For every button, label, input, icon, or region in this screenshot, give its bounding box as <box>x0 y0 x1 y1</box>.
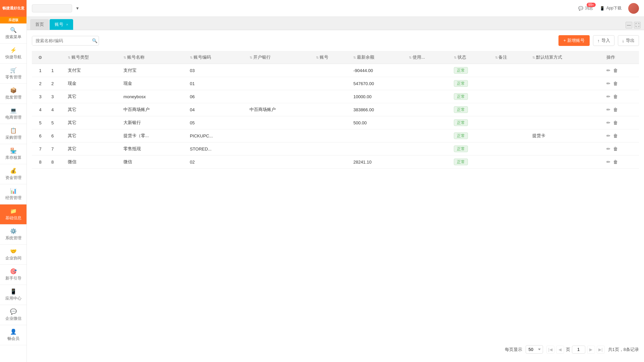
edit-btn-6[interactable]: ✏ <box>606 146 610 152</box>
sidebar-icon-retail-mgmt: 🛒 <box>10 67 17 73</box>
message-btn[interactable]: 💬 消息 99+ <box>578 5 593 11</box>
header-dropdown[interactable]: ▼ <box>75 6 79 11</box>
cell-action-7: ✏ 🗑 <box>604 156 639 169</box>
cell-default-payment-3 <box>530 103 604 116</box>
col-default-payment[interactable]: 默认结算方式 <box>530 51 604 64</box>
cell-name-5: 提货卡（零... <box>121 129 187 142</box>
delete-btn-5[interactable]: 🗑 <box>613 133 618 138</box>
cell-num-3: 4 <box>32 103 49 116</box>
sidebar-item-app-center[interactable]: 📱应用中心 <box>0 285 26 305</box>
cell-bank-1 <box>247 77 313 90</box>
cell-num2-4: 5 <box>49 116 65 129</box>
col-settings[interactable]: ⚙ <box>32 51 49 64</box>
total-info: 共1页，8条记录 <box>608 347 639 353</box>
tab-close-account[interactable]: × <box>66 22 68 26</box>
sidebar-icon-system-mgmt: ⚙️ <box>10 228 17 234</box>
last-page-btn[interactable]: ▶| <box>597 346 605 354</box>
col-code[interactable]: 账号编码 <box>187 51 247 64</box>
edit-btn-0[interactable]: ✏ <box>606 68 610 73</box>
cell-default-payment-0 <box>530 64 604 77</box>
sidebar-item-new-guide[interactable]: 🎯新手引导 <box>0 265 26 285</box>
col-name[interactable]: 账号名称 <box>121 51 187 64</box>
sidebar-item-system-mgmt[interactable]: ⚙️系统管理 <box>0 225 26 245</box>
sidebar-item-search-menu[interactable]: 🔍搜索菜单 <box>0 23 26 44</box>
cell-num-5: 6 <box>32 129 49 142</box>
cell-status-5: 正常 <box>451 129 492 142</box>
delete-btn-0[interactable]: 🗑 <box>613 68 618 73</box>
edit-btn-3[interactable]: ✏ <box>606 107 610 112</box>
cell-balance-4: 500.00 <box>351 116 406 129</box>
delete-btn-1[interactable]: 🗑 <box>613 81 618 86</box>
prev-page-btn[interactable]: ◀ <box>556 346 564 354</box>
col-type[interactable]: 账号类型 <box>65 51 121 64</box>
sidebar-item-enterprise-agreement[interactable]: 🤝企业协同 <box>0 245 26 265</box>
tab-minimize-btn[interactable]: — <box>626 22 632 28</box>
add-account-button[interactable]: + 新增账号 <box>558 35 590 46</box>
cell-status-7: 正常 <box>451 156 492 169</box>
sidebar-item-enterprise-wechat[interactable]: 💬企业微信 <box>0 305 26 325</box>
sidebar-item-member[interactable]: 👤畅会员 <box>0 325 26 345</box>
first-page-btn[interactable]: |◀ <box>546 346 554 354</box>
import-button[interactable]: ↑ 导入 <box>593 35 614 46</box>
col-usage[interactable]: 使用... <box>406 51 451 64</box>
sidebar-item-inventory[interactable]: 🏪库存核算 <box>0 144 26 164</box>
search-input[interactable] <box>32 36 89 45</box>
header-left: ▼ <box>32 4 79 12</box>
col-remark[interactable]: 备注 <box>492 51 530 64</box>
user-avatar[interactable] <box>628 3 639 14</box>
delete-btn-7[interactable]: 🗑 <box>613 159 618 165</box>
delete-btn-2[interactable]: 🗑 <box>613 94 618 99</box>
sidebar-item-finance-mgmt[interactable]: 💰资金管理 <box>0 164 26 184</box>
sidebar-label-inventory: 库存核算 <box>5 155 21 161</box>
edit-btn-4[interactable]: ✏ <box>606 120 610 125</box>
page-input[interactable] <box>572 346 585 354</box>
edit-btn-7[interactable]: ✏ <box>606 159 610 165</box>
status-badge-1: 正常 <box>454 80 468 87</box>
sidebar-item-basic-info[interactable]: 📁基础信息 <box>0 204 26 225</box>
edit-btn-1[interactable]: ✏ <box>606 81 610 86</box>
delete-btn-3[interactable]: 🗑 <box>613 107 618 112</box>
cell-usage-7 <box>406 156 451 169</box>
col-status[interactable]: 状态 <box>451 51 492 64</box>
logo-subtitle: 乐进版 <box>0 17 26 23</box>
cell-remark-2 <box>492 90 530 103</box>
sidebar-item-shortcuts[interactable]: ⚡快捷导航 <box>0 44 26 64</box>
delete-btn-4[interactable]: 🗑 <box>613 120 618 125</box>
edit-btn-5[interactable]: ✏ <box>606 133 610 138</box>
cell-num-2: 3 <box>32 90 49 103</box>
logo-subtitle-text: 乐进版 <box>8 18 18 22</box>
app-download-btn[interactable]: 📱 App下载 <box>600 5 622 11</box>
sidebar-item-ecommerce-mgmt[interactable]: 💻电商管理 <box>0 104 26 124</box>
sidebar-item-retail-mgmt[interactable]: 🛒零售管理 <box>0 64 26 84</box>
sidebar-label-wholesale-mgmt: 批发管理 <box>5 95 21 100</box>
tab-account[interactable]: 账号× <box>50 19 73 30</box>
page-size-select[interactable]: 50 20 100 <box>526 345 543 354</box>
sidebar-item-wholesale-mgmt[interactable]: 📦批发管理 <box>0 84 26 104</box>
cell-num2-1: 2 <box>49 77 65 90</box>
col-balance[interactable]: 最新余额 <box>351 51 406 64</box>
cell-bank-3: 中百商场账户 <box>247 103 313 116</box>
toolbar: 🔍 + 新增账号 ↑ 导入 ↓ 导出 <box>32 35 639 46</box>
sidebar-item-purchase-mgmt[interactable]: 📋采购管理 <box>0 124 26 144</box>
status-badge-7: 正常 <box>454 159 468 165</box>
next-page-btn[interactable]: ▶ <box>587 346 595 354</box>
sidebar-label-operation-mgmt: 经营管理 <box>5 195 21 201</box>
search-button[interactable]: 🔍 <box>89 36 99 45</box>
cell-type-1: 现金 <box>65 77 121 90</box>
col-bank[interactable]: 开户银行 <box>247 51 313 64</box>
cell-balance-3: 383866.00 <box>351 103 406 116</box>
export-button[interactable]: ↓ 导出 <box>618 35 639 46</box>
sidebar-item-operation-mgmt[interactable]: 📊经营管理 <box>0 184 26 204</box>
header-search-input[interactable] <box>32 4 72 12</box>
delete-btn-6[interactable]: 🗑 <box>613 146 618 152</box>
col-account[interactable]: 账号 <box>313 51 351 64</box>
sidebar-icon-enterprise-wechat: 💬 <box>10 308 17 315</box>
tab-home[interactable]: 首页 <box>30 19 49 30</box>
cell-type-6: 其它 <box>65 142 121 156</box>
cell-balance-7: 28241.10 <box>351 156 406 169</box>
cell-account-6 <box>313 142 351 156</box>
edit-btn-2[interactable]: ✏ <box>606 94 610 99</box>
table-row: 7 7 其它 零售抵现 STORED... 正常 ✏ 🗑 <box>32 142 639 156</box>
tab-expand-btn[interactable]: ⛶ <box>634 22 641 28</box>
cell-bank-4 <box>247 116 313 129</box>
